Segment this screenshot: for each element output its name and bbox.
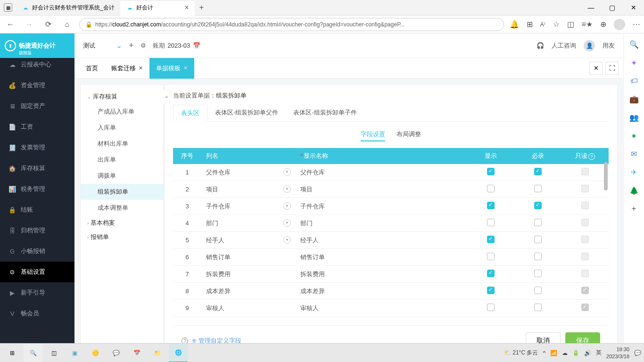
home-button[interactable]: ⌂ [60,18,74,31]
menu-button[interactable]: ⋯ [633,20,640,29]
volume-icon[interactable]: 🔊 [584,350,591,356]
nav-item[interactable]: ⚙基础设置 [0,262,74,282]
splitview-icon[interactable]: ◫ [567,20,574,29]
minimize-button[interactable]: — [580,0,602,16]
nav-item[interactable]: V畅会员 [0,303,74,324]
display-name-cell[interactable]: 父件仓库 [296,164,467,181]
close-icon[interactable]: ✕ [184,4,189,11]
tree-item[interactable]: 成本调整单 [81,200,164,216]
tree-group-expense[interactable]: ›报销单 [81,230,164,244]
checkbox[interactable] [534,236,542,243]
display-name-cell[interactable]: 成本差异 [296,283,467,300]
edge-tool[interactable]: ✈ [631,168,637,177]
notification-icon[interactable]: 🔔 [510,20,519,29]
wechat-icon[interactable]: 💬 [107,344,125,362]
nav-item[interactable]: 🖥固定资产 [0,96,74,116]
back-button[interactable]: ← [4,18,17,31]
wifi-icon[interactable]: 📶 [550,350,557,356]
explorer-icon[interactable]: ▣ [65,344,84,362]
edge-tool[interactable]: ✦ [631,58,637,67]
nav-item[interactable]: 🧾发票管理 [0,137,74,158]
nav-item[interactable]: ▶新手引导 [0,282,74,303]
checkbox[interactable] [534,168,542,175]
tree-item[interactable]: 入库单 [81,120,164,136]
edge-tool[interactable]: 👥 [629,113,639,122]
battery-icon[interactable]: 🔋 [572,350,579,356]
period-selector[interactable]: 账期 2023-03 📅 [153,41,201,50]
add-button[interactable]: + [129,41,134,50]
weather[interactable]: ⛅ 21°C 多云 [504,349,538,357]
edge-tool[interactable]: 🔍 [629,40,639,49]
folder-icon[interactable]: 📁 [148,344,167,362]
add-icon[interactable]: + [283,168,291,176]
maximize-button[interactable]: ▢ [602,0,623,16]
close-icon[interactable]: ✕ [183,65,188,71]
display-name-cell[interactable]: 销售订单 [296,249,467,266]
nav-item[interactable]: G小畅报销 [0,241,74,262]
checkbox[interactable] [534,270,542,277]
support-icon[interactable]: 🎧 [537,42,544,49]
start-button[interactable]: ⊞ [3,344,22,362]
add-icon[interactable]: + [283,202,291,210]
tree-item[interactable]: 出库单 [81,152,164,168]
avatar[interactable]: 👤 [584,40,595,51]
checkbox[interactable] [487,304,495,311]
tree-item[interactable]: 调拨单 [81,168,164,184]
onedrive-icon[interactable]: ☁ [562,350,568,356]
nav-item[interactable]: 💰资金管理 [0,75,74,96]
company-dropdown[interactable]: 测试 ⌄ [83,41,122,50]
forward-button[interactable]: → [23,18,36,31]
tabs-overview-icon[interactable]: ▦ [4,3,12,12]
viewtab[interactable]: 布局调整 [396,128,421,141]
edge-tool[interactable]: 💼 [629,95,639,104]
checkbox[interactable] [487,236,495,243]
checkbox[interactable] [534,219,542,226]
scrollbar[interactable] [604,148,609,325]
nav-item[interactable]: 🏠库存核算 [0,158,74,179]
checkbox[interactable] [487,168,495,175]
display-name-cell[interactable]: 子件仓库 [296,198,467,215]
new-tab-button[interactable]: + [195,3,208,12]
page-tab[interactable]: 账套迁移✕ [105,58,149,79]
search-button[interactable]: 🔍 [24,344,42,362]
add-icon[interactable]: + [283,236,291,244]
calendar-icon[interactable]: 📅 [127,344,146,362]
tree-group-inventory[interactable]: ⌄库存核算 [81,90,164,104]
checkbox[interactable] [487,270,495,277]
edge-icon[interactable]: 🌐 [169,344,188,362]
favorite-icon[interactable]: ☆ [553,20,560,29]
checkbox[interactable] [534,185,542,192]
add-icon[interactable]: + [283,219,291,227]
viewtab[interactable]: 字段设置 [361,128,385,141]
browser-tab-2[interactable]: ☁ 好会计 ✕ [120,0,195,16]
add-icon[interactable]: + [283,185,291,193]
tree-item[interactable]: 组装拆卸单 [81,184,164,200]
display-name-cell[interactable]: 审核人 [296,300,467,317]
collections-icon[interactable]: ⊕ [600,20,606,29]
nav-item[interactable]: 📄工资 [0,116,74,137]
close-icon[interactable]: ✕ [139,65,143,71]
settings-icon[interactable]: ⚙ [140,42,146,49]
display-name-cell[interactable]: 部门 [296,215,467,232]
checkbox[interactable] [487,202,495,209]
user-name[interactable]: 用友 [603,41,615,50]
collapse-handle[interactable]: « [164,90,170,104]
nav-item[interactable]: 🗄归档管理 [0,220,74,241]
page-tab[interactable]: 首页 [79,58,105,79]
close-all-tabs[interactable]: ✕ [589,62,603,75]
clock[interactable]: 18:30 2023/3/18 [606,346,629,360]
notifications-icon[interactable]: 💬 [634,350,641,356]
checkbox[interactable] [487,219,495,226]
favorites-bar-icon[interactable]: ≡★ [582,20,593,29]
edge-tool[interactable]: 🌲 [629,186,639,195]
tree-item[interactable]: 产成品入库单 [81,104,164,120]
tree-item[interactable]: 材料出库单 [81,136,164,152]
edge-tool[interactable]: + [632,205,636,213]
display-name-cell[interactable]: 拆装费用 [296,266,467,283]
url-input[interactable]: 🔒 https://cloud2.chanjet.com/accounting/… [79,18,504,31]
display-name-cell[interactable]: 项目 [296,181,467,198]
chrome-icon[interactable]: 🟡 [86,344,105,362]
subtab[interactable]: 表体区-组装拆卸单父件 [207,105,286,121]
subtab[interactable]: 表体区-组装拆卸单子件 [286,105,364,121]
edge-tool[interactable]: 🏷 [630,77,638,85]
